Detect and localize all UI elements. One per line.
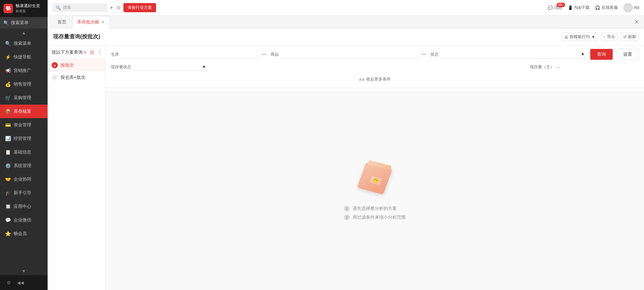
export-btn[interactable]: ↑ 导出 <box>601 33 617 41</box>
export-icon: ↑ <box>604 35 606 39</box>
left-panel-icons: ＋ ⊙ 《 <box>83 49 101 55</box>
finance-nav-icon: 💳 <box>5 122 11 128</box>
settings-plan-btn[interactable]: ⊙ <box>90 49 94 55</box>
product-dots-btn[interactable]: ••• <box>421 52 426 57</box>
plan-item-batch[interactable]: ● 按批次 <box>48 59 105 71</box>
empty-hints: 1 请先选择要分析的方案 2 用过滤条件来缩小分析范围 <box>344 205 406 223</box>
collapse-panel-btn[interactable]: 《 <box>96 49 101 55</box>
plan-item-warehouse-batch[interactable]: ○ 按仓库+批次 <box>48 71 105 84</box>
sidebar-item-label-sales: 销售管理 <box>14 81 31 87</box>
user-avatar-action[interactable]: Rit <box>623 3 639 13</box>
sidebar-item-purchase[interactable]: 🛒 采购管理 <box>0 91 48 105</box>
sidebar-item-sales[interactable]: 💰 销售管理 <box>0 77 48 91</box>
messages-action[interactable]: 💬 消息 99+ <box>548 5 562 11</box>
inventory-qty-value: — <box>556 65 560 70</box>
sidebar-item-label-finance: 资金管理 <box>14 122 31 128</box>
page-header: 现存量查询(按批次) 🖨 按模板打印 ▼ ↑ 导出 ↺ 刷新 <box>48 29 644 46</box>
scroll-down-btn[interactable]: ▼ <box>0 267 48 275</box>
tab-home[interactable]: 首页 <box>52 16 71 28</box>
collapse-sidebar-btn[interactable]: ◀◀ <box>16 278 24 287</box>
sidebar-item-wechat[interactable]: 💬 企业微信 <box>0 213 48 227</box>
search-nav-icon: 🔍 <box>5 40 11 47</box>
sidebar-item-label-system: 系统管理 <box>14 163 31 169</box>
sidebar-item-inventory[interactable]: 📦 库存核算 <box>0 105 48 118</box>
empty-visual: 😶 <box>354 158 395 199</box>
plan-warehouse-batch-label: 按仓库+批次 <box>61 74 85 80</box>
settings-footer-btn[interactable]: ⚙ <box>5 278 13 287</box>
warehouse-filter-group: 仓库 ••• <box>111 51 267 58</box>
search-icon: 🔍 <box>56 5 61 10</box>
chevron-up-icon: ∧∧ <box>359 77 365 82</box>
app-subtitle: 标准版 <box>16 9 40 14</box>
sidebar-item-label-basic: 基础信息 <box>14 149 31 155</box>
app-download-label: App下载 <box>574 5 590 11</box>
try-industry-btn[interactable]: 体验行业方案 <box>123 3 156 12</box>
online-service-action[interactable]: 🎧 在线客服 <box>595 5 618 11</box>
collab-nav-icon: 🤝 <box>5 176 11 182</box>
sidebar-item-quicknav[interactable]: ⚡ 快捷导航 <box>0 50 48 64</box>
sidebar-search[interactable]: 🔍 搜索菜单 <box>0 17 48 29</box>
print-btn[interactable]: 🖨 按模板打印 ▼ <box>562 33 598 41</box>
sidebar-item-collab[interactable]: 🤝 企业协同 <box>0 173 48 186</box>
add-plan-btn[interactable]: ＋ <box>83 49 88 55</box>
apps-nav-icon: 🔲 <box>5 203 11 210</box>
sidebar-item-label-collab: 企业协同 <box>14 176 31 182</box>
app-download-action[interactable]: 📱 App下载 <box>568 5 590 11</box>
page-title: 现存量查询(按批次) <box>53 33 100 40</box>
tab-close-icon[interactable]: ✕ <box>101 20 105 24</box>
settings-button[interactable]: 设置 <box>617 49 639 60</box>
tab-inventory-batch[interactable]: 库存批次账 ✕ <box>72 16 110 29</box>
scroll-up-btn[interactable]: ▲ <box>0 29 48 37</box>
header-gear-icon[interactable]: ⚙ <box>116 5 121 11</box>
empty-hint-1: 1 请先选择要分析的方案 <box>344 205 406 212</box>
app-title: 畅康通好生意 <box>16 3 40 9</box>
status-select[interactable]: ▼ <box>440 51 586 58</box>
print-chevron-icon: ▼ <box>591 35 595 39</box>
global-search-box[interactable]: 🔍 搜索 <box>52 3 107 12</box>
online-service-label: 在线客服 <box>601 5 618 11</box>
collapse-more-label: 收起更多条件 <box>366 76 391 82</box>
operations-nav-icon: 📊 <box>5 135 11 142</box>
sidebar-item-apps[interactable]: 🔲 应用中心 <box>0 200 48 213</box>
sidebar-item-finance[interactable]: 💳 资金管理 <box>0 118 48 132</box>
print-label: 按模板打印 <box>570 34 590 40</box>
wechat-nav-icon: 💬 <box>5 217 11 223</box>
sidebar-item-label-inventory: 库存核算 <box>14 108 31 114</box>
system-nav-icon: ⚙️ <box>5 163 11 169</box>
newbie-nav-icon: 🎓 <box>5 190 11 196</box>
collapse-more-btn[interactable]: ∧∧ 收起更多条件 <box>111 74 639 83</box>
plan-dot-inactive: ○ <box>52 74 58 80</box>
tab-bar: 首页 库存批次账 ✕ ✕ <box>48 16 644 29</box>
hint-text-2: 用过滤条件来缩小分析范围 <box>353 214 406 220</box>
sidebar-item-marketing[interactable]: 📢 营销推广 <box>0 64 48 77</box>
tab-panel-close-btn[interactable]: ✕ <box>634 18 639 26</box>
inventory-qty-label: 现存量（主） <box>530 64 554 70</box>
warehouse-filter-label: 仓库 <box>111 52 119 57</box>
vip-nav-icon: ⭐ <box>5 231 11 237</box>
sidebar-item-label-vip: 畅会员 <box>14 231 27 237</box>
warehouse-dots-btn[interactable]: ••• <box>261 52 267 57</box>
search-placeholder: 搜索 <box>63 5 71 11</box>
headset-icon: 🎧 <box>595 5 600 10</box>
warehouse-filter-input[interactable] <box>120 51 260 58</box>
basic-nav-icon: 📋 <box>5 149 11 155</box>
empty-box-icon: 😶 <box>357 162 393 194</box>
inventory-status-select[interactable]: ▼ <box>133 63 207 71</box>
sidebar-item-label-purchase: 采购管理 <box>14 95 31 101</box>
empty-face: 😶 <box>370 176 382 185</box>
product-filter-label: 商品 <box>271 52 279 57</box>
sidebar-item-basic[interactable]: 📋 基础信息 <box>0 145 48 159</box>
product-filter-input[interactable] <box>280 51 420 58</box>
phone-icon: 📱 <box>568 5 573 10</box>
sidebar-item-search[interactable]: 🔍 搜索菜单 <box>0 37 48 50</box>
hint-num-1: 1 <box>344 205 350 212</box>
empty-hint-2: 2 用过滤条件来缩小分析范围 <box>344 214 406 220</box>
sidebar-item-vip[interactable]: ⭐ 畅会员 <box>0 227 48 240</box>
left-panel-header: 按以下方案查询 ＋ ⊙ 《 <box>48 46 105 59</box>
search-chevron-icon[interactable]: ▼ <box>109 5 114 10</box>
sidebar-item-system[interactable]: ⚙️ 系统管理 <box>0 159 48 173</box>
sidebar-item-newbie[interactable]: 🎓 新手引导 <box>0 186 48 200</box>
refresh-btn[interactable]: ↺ 刷新 <box>621 33 639 41</box>
query-button[interactable]: 查询 <box>590 49 613 60</box>
sidebar-item-operations[interactable]: 📊 经营管理 <box>0 132 48 145</box>
